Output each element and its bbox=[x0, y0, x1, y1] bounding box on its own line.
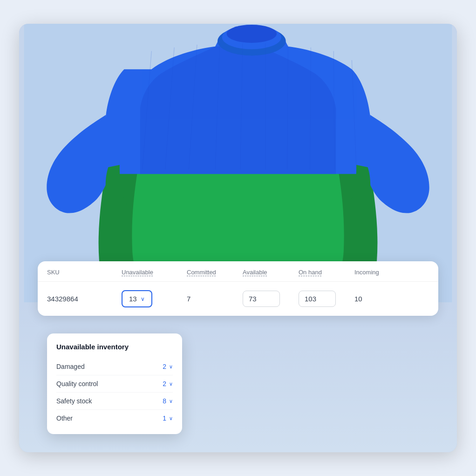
table-header: SKU Unavailable Committed Available On h… bbox=[38, 261, 438, 282]
on-hand-input[interactable] bbox=[299, 291, 336, 307]
header-on-hand: On hand bbox=[299, 269, 354, 276]
qc-count: 2 bbox=[163, 380, 166, 388]
safety-count: 8 bbox=[163, 397, 166, 405]
unavailable-dropdown-button[interactable]: 13 ∨ bbox=[122, 290, 187, 307]
dropdown-title: Unavailable inventory bbox=[56, 343, 173, 351]
header-available: Available bbox=[243, 269, 299, 276]
header-incoming: Incoming bbox=[354, 269, 401, 276]
committed-value: 7 bbox=[187, 295, 243, 303]
dropdown-item-safety-value[interactable]: 8 ∨ bbox=[163, 397, 173, 405]
header-unavailable: Unavailable bbox=[122, 269, 187, 276]
available-input[interactable] bbox=[243, 291, 280, 307]
unavailable-value: 13 bbox=[129, 295, 137, 303]
incoming-value: 10 bbox=[354, 295, 401, 303]
chevron-down-icon: ∨ bbox=[141, 296, 145, 302]
dropdown-item-safety-stock[interactable]: Safety stock 8 ∨ bbox=[56, 393, 173, 410]
dropdown-item-qc-value[interactable]: 2 ∨ bbox=[163, 380, 173, 388]
sku-value: 34329864 bbox=[47, 295, 122, 303]
main-card: SKU Unavailable Committed Available On h… bbox=[19, 24, 457, 452]
unavailable-button[interactable]: 13 ∨ bbox=[122, 290, 152, 307]
inventory-table-card: SKU Unavailable Committed Available On h… bbox=[38, 261, 438, 316]
dropdown-item-safety-label: Safety stock bbox=[56, 397, 92, 405]
dropdown-item-qc-label: Quality control bbox=[56, 380, 98, 388]
dropdown-item-other-value[interactable]: 1 ∨ bbox=[163, 415, 173, 422]
dropdown-item-damaged-value[interactable]: 2 ∨ bbox=[163, 363, 173, 370]
damaged-chevron-icon: ∨ bbox=[169, 364, 173, 370]
other-count: 1 bbox=[163, 415, 166, 422]
unavailable-inventory-dropdown: Unavailable inventory Damaged 2 ∨ Qualit… bbox=[47, 333, 182, 434]
dropdown-item-other-label: Other bbox=[56, 415, 73, 422]
table-row: 34329864 13 ∨ 7 10 bbox=[38, 282, 438, 316]
dropdown-item-damaged-label: Damaged bbox=[56, 363, 85, 370]
damaged-count: 2 bbox=[163, 363, 166, 370]
safety-chevron-icon: ∨ bbox=[169, 398, 173, 404]
dropdown-item-quality-control[interactable]: Quality control 2 ∨ bbox=[56, 375, 173, 393]
header-sku: SKU bbox=[47, 269, 122, 276]
header-committed: Committed bbox=[187, 269, 243, 276]
dropdown-item-other[interactable]: Other 1 ∨ bbox=[56, 410, 173, 427]
other-chevron-icon: ∨ bbox=[169, 415, 173, 422]
qc-chevron-icon: ∨ bbox=[169, 381, 173, 387]
dropdown-item-damaged[interactable]: Damaged 2 ∨ bbox=[56, 358, 173, 375]
svg-point-4 bbox=[227, 25, 277, 43]
